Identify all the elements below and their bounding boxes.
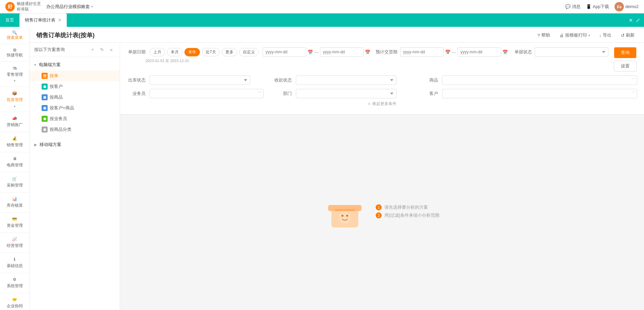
date-btn-more[interactable]: 更多 [222, 48, 237, 56]
finance-icon: 💳 [12, 217, 17, 221]
print-button[interactable]: 🖨 按模板打印 ▾ [557, 31, 593, 40]
customer-more-icon[interactable]: ··· [631, 89, 635, 94]
date-from-input[interactable] [263, 47, 306, 57]
by-category-label: 按商品分类 [50, 126, 71, 133]
filter-row-3: 业务员 ··· 部门 客户 [127, 89, 637, 98]
date-quick-buttons: 上月 本月 本年 近7天 更多 自定义 [150, 48, 259, 56]
sidebar-item-marketing[interactable]: 📣 营销推广 [0, 112, 29, 132]
expand-icon: ▾ [34, 63, 36, 67]
date-btn-7days[interactable]: 近7天 [202, 48, 220, 56]
chevron-down-icon: ▾ [91, 5, 93, 8]
calendar-from-icon[interactable]: 📅 [308, 50, 313, 55]
app-name: 办公用品行业模拟账套 [46, 4, 90, 10]
tree-child-by-cust-prod[interactable]: ▦ 按客户+商品 [30, 103, 120, 113]
refresh-label: 刷新 [626, 32, 635, 38]
date-to-input[interactable] [320, 47, 364, 57]
hint-num-1: 1 [376, 204, 382, 210]
edit-scheme-button[interactable]: ✎ [98, 46, 106, 53]
single-status-select[interactable] [535, 47, 608, 57]
salesperson-more-icon[interactable]: ··· [258, 89, 262, 94]
customer-input[interactable] [442, 89, 637, 98]
print-chevron-icon: ▾ [588, 34, 590, 37]
date-range-text: 2023-01-01 至 2023-12-31 [146, 59, 189, 63]
collapse-row[interactable]: ∧ 收起更多条件 [127, 98, 637, 109]
ship-status-select[interactable] [150, 75, 250, 85]
tree-parent-mobile[interactable]: ▶ 移动端方案 [30, 139, 120, 150]
sidebar-item-company[interactable]: 🤝 企业协同 [0, 293, 29, 310]
help-button[interactable]: ? 帮助 [535, 31, 552, 40]
department-label: 部门 [273, 91, 292, 97]
date-btn-this-month[interactable]: 本月 [167, 48, 182, 56]
expected-date-to-input[interactable] [458, 47, 501, 57]
sidebar-item-ecommerce[interactable]: 🖥 电商管理 [0, 152, 29, 172]
sidebar-item-sales[interactable]: 💰 销售管理 [0, 132, 29, 152]
app-selector[interactable]: 办公用品行业模拟账套 ▾ [44, 2, 96, 11]
sidebar-item-finance[interactable]: 💳 资金管理 [0, 213, 29, 233]
tab-bar-right: ✕ ⤢ [629, 17, 644, 23]
content-area: 销售订单统计表(按单) ? 帮助 🖨 按模板打印 ▾ ↓ 导出 ↺ 刷新 [30, 27, 644, 310]
sidebar-item-basic[interactable]: ℹ 基础信息 [0, 253, 29, 273]
date-btn-custom[interactable]: 自定义 [239, 48, 259, 56]
company-icon: 🤝 [12, 297, 17, 302]
date-btn-this-year[interactable]: 本年 [184, 48, 200, 56]
sidebar-search[interactable]: 🔍 搜索菜单 [0, 27, 29, 44]
sidebar-item-system[interactable]: ⚙ 系统管理 [0, 273, 29, 293]
sidebar-item-operations[interactable]: 📈 经营管理 [0, 233, 29, 253]
salesperson-input[interactable] [150, 89, 264, 98]
help-icon: ? [537, 33, 540, 38]
calendar-to-icon[interactable]: 📅 [365, 50, 370, 55]
department-select[interactable] [296, 89, 396, 98]
query-button[interactable]: 查询 [614, 47, 636, 58]
settings-button[interactable]: 设置 [614, 61, 637, 71]
export-button[interactable]: ↓ 导出 [597, 31, 614, 40]
payment-status-select[interactable] [296, 75, 396, 85]
add-scheme-button[interactable]: ＋ [89, 46, 96, 53]
sidebar-item-wholesale[interactable]: 📦 批发管理 ▴ [0, 87, 29, 112]
tree-child-by-salesperson[interactable]: ▦ 按业务员 [30, 113, 120, 124]
by-product-icon: ▦ [42, 94, 48, 100]
sidebar-item-retail[interactable]: 🛍 零售管理 ▾ [0, 62, 29, 87]
left-panel: 按以下方案查询 ＋ ✎ « ▾ 电脑端方案 按 按单 [30, 43, 120, 310]
tab-close-icon[interactable]: ✕ [58, 18, 61, 22]
sidebar-company-label: 企业协同 [7, 303, 23, 309]
sidebar-system-label: 系统管理 [7, 283, 23, 289]
left-panel-header: 按以下方案查询 ＋ ✎ « [30, 43, 120, 57]
calendar-exp-from-icon[interactable]: 📅 [445, 50, 450, 55]
sidebar-sales-label: 销售管理 [7, 142, 23, 148]
tree-child-by-product[interactable]: ▦ 按商品 [30, 92, 120, 103]
filter-row-2: 出库状态 收款状态 商品 [127, 75, 637, 85]
product-input[interactable] [442, 75, 637, 85]
tree-child-by-category[interactable]: ▦ 按商品分类 [30, 124, 120, 135]
tab-home[interactable]: 首页 [0, 13, 19, 27]
tree-child-by-order[interactable]: 按 按单 [30, 70, 120, 81]
sidebar-quick-nav[interactable]: ⊞ 快捷导航 [0, 44, 29, 62]
expected-date-from-input[interactable] [400, 47, 444, 57]
print-label: 按模板打印 [565, 32, 587, 38]
date-separator: — [314, 50, 319, 55]
right-content: 单据日期 上月 本月 本年 近7天 更多 自定义 [120, 43, 644, 310]
sales-icon: 💰 [12, 136, 17, 141]
calendar-exp-to-icon[interactable]: 📅 [502, 50, 508, 55]
tree-child-by-customer[interactable]: ▦ 按客户 [30, 81, 120, 92]
tree-parent-pc[interactable]: ▾ 电脑端方案 [30, 59, 120, 70]
nav-icon: ⊞ [3, 48, 26, 52]
chevron-icon: ▾ [14, 79, 15, 83]
tab-expand-icon[interactable]: ⤢ [636, 17, 640, 23]
sidebar-purchase-label: 采购管理 [7, 183, 23, 188]
sidebar-ecommerce-label: 电商管理 [7, 162, 23, 168]
tab-close-all-icon[interactable]: ✕ [629, 17, 633, 23]
message-action[interactable]: 💬 消息 [565, 4, 581, 10]
system-icon: ⚙ [13, 277, 16, 282]
by-salesperson-icon: ▦ [42, 116, 48, 122]
download-action[interactable]: 📱 App下载 [586, 4, 609, 10]
search-icon: 🔍 [3, 30, 26, 35]
tab-sales-order[interactable]: 销售订单统计表 ✕ [19, 13, 67, 27]
refresh-button[interactable]: ↺ 刷新 [618, 31, 637, 40]
sidebar-item-purchase[interactable]: 🛒 采购管理 [0, 172, 29, 193]
product-more-icon[interactable]: ··· [631, 75, 635, 81]
filter-area: 单据日期 上月 本月 本年 近7天 更多 自定义 [120, 43, 644, 114]
sidebar-item-stock[interactable]: 📊 库存核算 [0, 193, 29, 213]
user-area[interactable]: Ea demo2 [614, 2, 639, 11]
date-btn-last-month[interactable]: 上月 [150, 48, 165, 56]
collapse-panel-button[interactable]: « [108, 46, 115, 53]
